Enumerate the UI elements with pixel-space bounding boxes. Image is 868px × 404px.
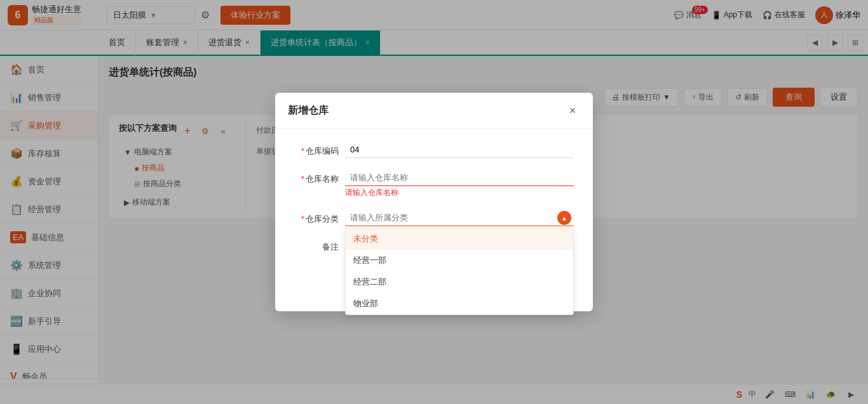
dropdown-option-ops1[interactable]: 经营一部: [346, 250, 573, 271]
name-label: 仓库名称: [294, 170, 345, 185]
modal-body: 仓库编码 仓库名称 请输入仓库名称 仓库分类 ▲: [275, 129, 593, 278]
category-input[interactable]: [345, 210, 574, 226]
form-row-category: 仓库分类 ▲ 未分类 经营一部 经营二部 物业部: [294, 210, 574, 226]
dropdown-option-unclassified[interactable]: 未分类: [346, 228, 573, 250]
category-label: 仓库分类: [294, 210, 345, 225]
warehouse-code-input[interactable]: [345, 142, 574, 158]
name-error-msg: 请输入仓库名称: [345, 187, 574, 198]
modal-header: 新增仓库 ×: [275, 93, 593, 129]
modal-title: 新增仓库: [288, 104, 329, 118]
code-label: 仓库编码: [294, 142, 345, 157]
modal-overlay: 新增仓库 × 仓库编码 仓库名称 请输入仓库名称: [0, 0, 868, 404]
dropdown-option-ops2[interactable]: 经营二部: [346, 271, 573, 293]
modal-close-button[interactable]: ×: [565, 103, 580, 118]
dropdown-arrow-icon[interactable]: ▲: [557, 211, 571, 225]
dropdown-list: 未分类 经营一部 经营二部 物业部: [345, 227, 574, 315]
category-dropdown: ▲ 未分类 经营一部 经营二部 物业部: [345, 210, 574, 226]
form-row-code: 仓库编码: [294, 142, 574, 158]
dropdown-option-property[interactable]: 物业部: [346, 293, 573, 314]
note-label: 备注: [294, 238, 345, 253]
form-row-name: 仓库名称 请输入仓库名称: [294, 170, 574, 198]
warehouse-modal: 新增仓库 × 仓库编码 仓库名称 请输入仓库名称: [275, 93, 593, 311]
warehouse-name-input[interactable]: [345, 170, 574, 186]
